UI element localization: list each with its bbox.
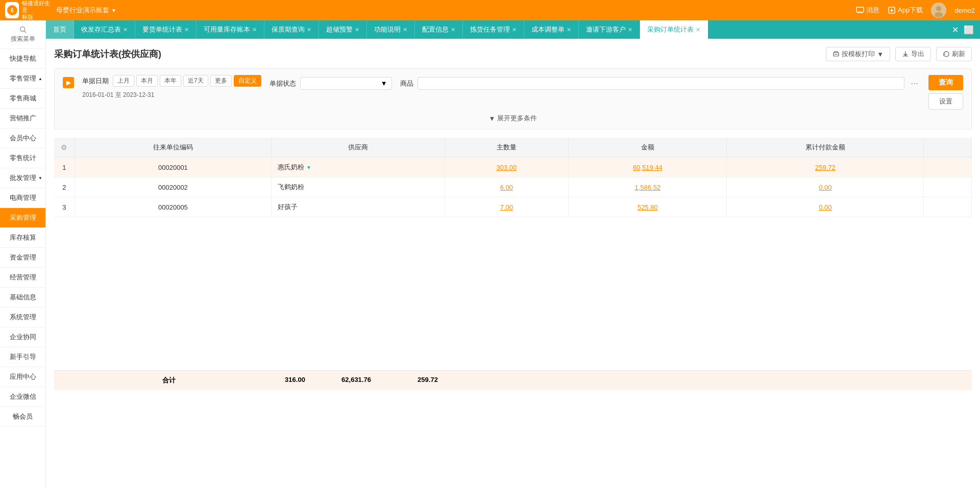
row3-supplier[interactable]: 好孩子 — [272, 197, 445, 217]
table-footer: 合计 316.00 62,631.76 259.72 — [54, 370, 972, 390]
date-btn-7days[interactable]: 近7天 — [183, 75, 208, 87]
sidebar-item-guide[interactable]: 新手引导 — [0, 347, 45, 367]
close-tab-cost-adjust[interactable]: ✕ — [567, 27, 571, 33]
query-button[interactable]: 查询 — [928, 75, 963, 90]
close-tab-func-desc[interactable]: ✕ — [403, 27, 407, 33]
refresh-button[interactable]: 刷新 — [936, 47, 972, 61]
row1-expand-icon[interactable]: ▼ — [306, 165, 311, 170]
close-tab-invite-down[interactable]: ✕ — [628, 27, 632, 33]
sidebar-item-members[interactable]: 会员中心 — [0, 129, 45, 148]
avatar[interactable] — [931, 3, 946, 18]
row3-paid[interactable]: 0.00 — [727, 197, 924, 217]
tab-cost-adjust[interactable]: 成本调整单 ✕ — [524, 20, 579, 39]
sidebar-item-retail[interactable]: 零售管理 — [0, 69, 45, 89]
row2-amount[interactable]: 1,586.52 — [569, 177, 727, 197]
tab-overstock[interactable]: 超储预警 ✕ — [319, 20, 367, 39]
table-row: 1 00020001 惠氏奶粉 ▼ 303.00 60,519.44 259.7… — [54, 158, 972, 177]
col-setting[interactable]: ⚙ — [54, 138, 75, 158]
sidebar-item-retail-mall[interactable]: 零售商城 — [0, 89, 45, 109]
col-extra — [924, 138, 972, 158]
close-tab-config[interactable]: ✕ — [451, 27, 455, 33]
sidebar-item-appcenter[interactable]: 应用中心 — [0, 367, 45, 387]
maximize-button[interactable]: ⬜ — [962, 24, 976, 36]
row1-qty[interactable]: 303.00 — [445, 158, 569, 177]
close-tab-recv-send[interactable]: ✕ — [123, 27, 128, 33]
row2-supplier[interactable]: 飞鹤奶粉 — [272, 177, 445, 197]
expand-label: 展开更多条件 — [497, 114, 537, 123]
tab-purchase-stats[interactable]: 采购订单统计表 ✕ — [640, 20, 708, 39]
sidebar-item-vip[interactable]: 畅会员 — [0, 407, 45, 427]
sidebar-item-retail-stats[interactable]: 零售统计 — [0, 148, 45, 168]
col-paid-header: 累计付款金额 — [727, 138, 924, 158]
date-range-display: 2016-01-01 至 2023-12-31 — [82, 91, 261, 99]
close-tab-overstock[interactable]: ✕ — [355, 27, 359, 33]
goods-more-button[interactable]: ··· — [909, 78, 920, 89]
row3-amount[interactable]: 525.80 — [569, 197, 727, 217]
date-quick-buttons: 上月 本月 本年 近7天 更多 自定义 — [113, 75, 261, 87]
status-select[interactable]: ▼ — [300, 77, 392, 90]
table-settings-icon[interactable]: ⚙ — [61, 143, 67, 151]
row1-paid[interactable]: 259.72 — [727, 158, 924, 177]
date-btn-custom[interactable]: 自定义 — [234, 75, 261, 87]
tab-order-stats[interactable]: 要货单统计表 ✕ — [135, 20, 197, 39]
sidebar-item-wholesale[interactable]: 批发管理 — [0, 168, 45, 188]
close-tab-usable-stock[interactable]: ✕ — [252, 27, 257, 33]
template-print-button[interactable]: 按模板打印 ▼ — [826, 47, 890, 61]
workspace-dropdown-icon: ▼ — [111, 8, 116, 13]
row2-paid[interactable]: 0.00 — [727, 177, 924, 197]
sidebar-item-search[interactable]: 搜索菜单 — [0, 20, 45, 49]
filter-expand-row[interactable]: ▼ 展开更多条件 — [63, 114, 963, 123]
sidebar-item-ecommerce[interactable]: 电商管理 — [0, 188, 45, 208]
close-tab-pick-task[interactable]: ✕ — [512, 27, 517, 33]
sidebar-item-system[interactable]: 系统管理 — [0, 307, 45, 327]
workspace-selector[interactable]: 母婴行业演示账套 ▼ — [56, 6, 116, 15]
sidebar-item-wechat[interactable]: 企业微信 — [0, 387, 45, 407]
date-btn-this-month[interactable]: 本月 — [136, 75, 158, 87]
goods-filter-label: 商品 — [400, 79, 413, 88]
tab-home[interactable]: 首页 — [46, 20, 74, 39]
row1-amount[interactable]: 60,519.44 — [569, 158, 727, 177]
row3-extra — [924, 197, 972, 217]
filter-right-actions: 查询 设置 — [928, 75, 963, 110]
sidebar-item-inventory[interactable]: 库存核算 — [0, 228, 45, 248]
filter-area: ▶ 单据日期 上月 本月 本年 近7天 更多 — [54, 68, 972, 130]
date-btn-this-year[interactable]: 本年 — [160, 75, 181, 87]
settings-button[interactable]: 设置 — [928, 93, 963, 110]
tab-pick-task[interactable]: 拣货任务管理 ✕ — [463, 20, 524, 39]
tab-usable-stock[interactable]: 可用量库存账本 ✕ — [197, 20, 264, 39]
svg-point-6 — [935, 12, 943, 17]
sidebar-item-ops[interactable]: 经营管理 — [0, 268, 45, 288]
row3-qty[interactable]: 7.00 — [445, 197, 569, 217]
close-tab-expiry-query[interactable]: ✕ — [307, 27, 311, 33]
date-btn-last-month[interactable]: 上月 — [113, 75, 134, 87]
row2-qty[interactable]: 6.00 — [445, 177, 569, 197]
logo-icon: 6 — [5, 2, 19, 18]
close-tab-purchase-stats[interactable]: ✕ — [696, 27, 700, 33]
close-all-tabs-button[interactable]: ✕ — [950, 24, 961, 36]
goods-input[interactable] — [418, 77, 904, 90]
row2-code: 00020002 — [75, 177, 272, 197]
status-select-arrow: ▼ — [381, 80, 387, 87]
sidebar-item-collab[interactable]: 企业协同 — [0, 327, 45, 347]
date-btn-more[interactable]: 更多 — [210, 75, 232, 87]
sidebar-item-basic[interactable]: 基础信息 — [0, 288, 45, 307]
template-dropdown-icon: ▼ — [877, 50, 884, 58]
filter-toggle-button[interactable]: ▶ — [63, 77, 74, 88]
close-tab-order-stats[interactable]: ✕ — [184, 27, 189, 33]
row3-no: 3 — [54, 197, 75, 217]
tab-expiry-query[interactable]: 保质期查询 ✕ — [264, 20, 319, 39]
export-button[interactable]: 导出 — [895, 47, 931, 61]
message-button[interactable]: 消息 — [856, 6, 879, 15]
sidebar-item-finance[interactable]: 资金管理 — [0, 248, 45, 268]
app-download-button[interactable]: App下载 — [888, 6, 923, 15]
tab-config[interactable]: 配置信息 ✕ — [415, 20, 463, 39]
tab-recv-send[interactable]: 收发存汇总表 ✕ — [74, 20, 135, 39]
row1-supplier[interactable]: 惠氏奶粉 ▼ — [272, 158, 445, 177]
sidebar-item-marketing[interactable]: 营销推广 — [0, 109, 45, 129]
nav-tabs: 首页 收发存汇总表 ✕ 要货单统计表 ✕ 可用量库存账本 ✕ 保质期查询 ✕ — [46, 20, 980, 39]
tab-func-desc[interactable]: 功能说明 ✕ — [367, 20, 415, 39]
date-filter-label: 单据日期 — [82, 76, 109, 86]
sidebar-item-purchase[interactable]: 采购管理 — [0, 208, 45, 228]
sidebar-item-quick-nav[interactable]: 快捷导航 — [0, 49, 45, 69]
tab-invite-down[interactable]: 邀请下游客户 ✕ — [579, 20, 640, 39]
